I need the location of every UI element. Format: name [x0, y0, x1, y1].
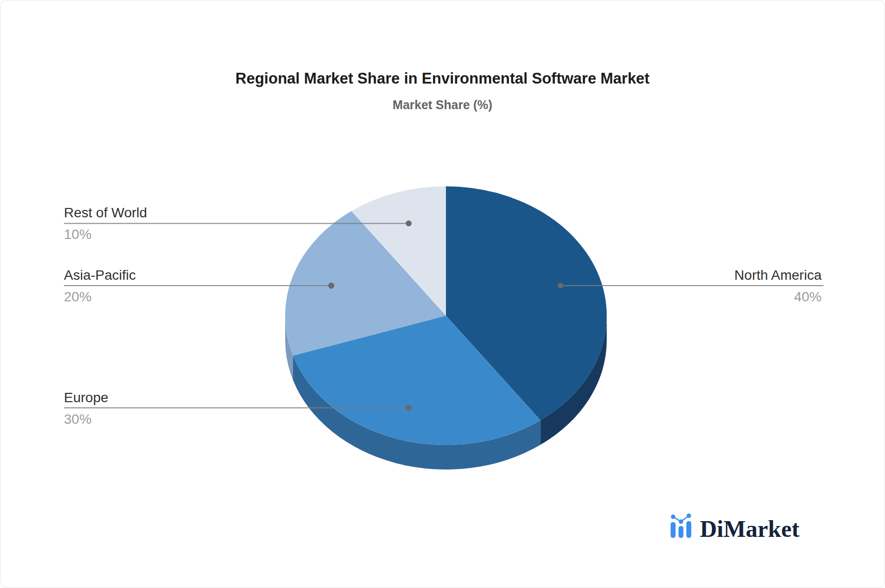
slice-label-asia-pacific: Asia-Pacific: [64, 268, 136, 283]
slice-value-rest-of-world: 10%: [64, 227, 91, 242]
leader-dot-north-america: [558, 283, 563, 289]
leader-dot-europe: [406, 405, 412, 411]
leader-dot-rest-of-world: [406, 221, 412, 226]
slice-label-europe: Europe: [64, 390, 108, 405]
leader-dot-asia-pacific: [328, 283, 334, 289]
slice-label-rest-of-world: Rest of World: [64, 206, 147, 220]
slice-label-north-america: North America: [735, 268, 822, 283]
logo-trend-dot-3: [687, 514, 691, 518]
slice-value-north-america: 40%: [794, 290, 822, 304]
brand-name: DiMarket: [700, 517, 799, 541]
logo-bar-2: [678, 526, 683, 538]
pie-chart: [1, 1, 885, 588]
logo-trend-dot-1: [671, 515, 676, 519]
bar-chart-icon: [670, 513, 693, 538]
brand-logo: DiMarket: [670, 513, 799, 541]
logo-bar-3: [686, 521, 691, 538]
slice-value-asia-pacific: 20%: [64, 290, 91, 304]
chart-canvas: Regional Market Share in Environmental S…: [0, 0, 885, 588]
slice-value-europe: 30%: [64, 412, 91, 427]
logo-bar-1: [671, 522, 676, 538]
logo-trend-dot-2: [679, 520, 683, 524]
